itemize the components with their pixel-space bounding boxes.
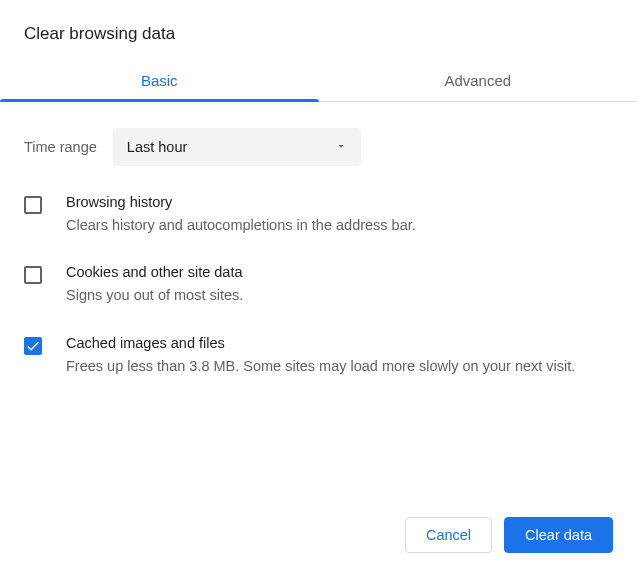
time-range-value: Last hour	[127, 139, 187, 155]
option-browsing-history: Browsing history Clears history and auto…	[24, 194, 613, 236]
checkbox-browsing-history[interactable]	[24, 196, 42, 214]
tab-advanced[interactable]: Advanced	[319, 62, 638, 101]
options-list: Browsing history Clears history and auto…	[24, 194, 613, 377]
time-range-label: Time range	[24, 139, 97, 155]
clear-data-button[interactable]: Clear data	[504, 517, 613, 553]
chevron-down-icon	[335, 138, 347, 156]
option-desc: Signs you out of most sites.	[66, 284, 613, 306]
dialog-footer: Cancel Clear data	[405, 517, 613, 553]
option-title: Browsing history	[66, 194, 613, 210]
checkbox-cache[interactable]	[24, 337, 42, 355]
checkbox-cookies[interactable]	[24, 266, 42, 284]
tab-bar: Basic Advanced	[0, 62, 637, 102]
cancel-button[interactable]: Cancel	[405, 517, 492, 553]
time-range-row: Time range Last hour	[24, 128, 613, 166]
clear-browsing-data-dialog: Clear browsing data Basic Advanced Time …	[0, 0, 637, 377]
option-title: Cached images and files	[66, 335, 613, 351]
option-desc: Clears history and autocompletions in th…	[66, 214, 613, 236]
option-cache: Cached images and files Frees up less th…	[24, 335, 613, 377]
option-cookies: Cookies and other site data Signs you ou…	[24, 264, 613, 306]
tab-basic[interactable]: Basic	[0, 62, 319, 101]
option-desc: Frees up less than 3.8 MB. Some sites ma…	[66, 355, 613, 377]
dialog-title: Clear browsing data	[24, 24, 613, 44]
option-title: Cookies and other site data	[66, 264, 613, 280]
time-range-select[interactable]: Last hour	[113, 128, 361, 166]
